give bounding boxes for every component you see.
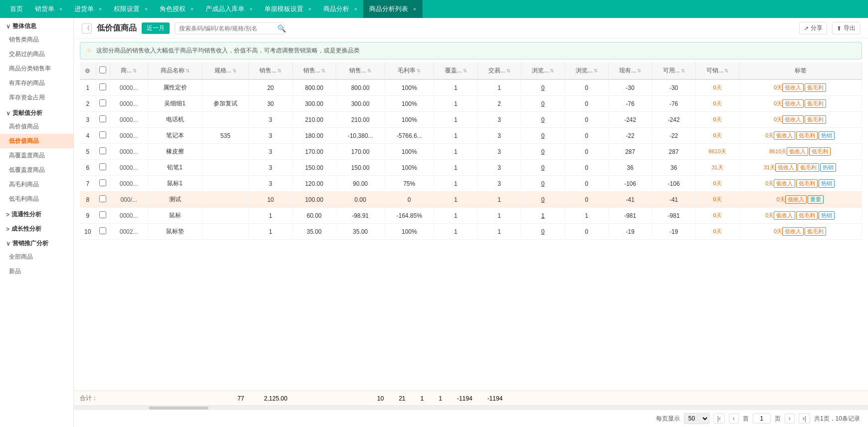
col-sales-qty[interactable]: 销售...⇅ bbox=[249, 62, 292, 79]
last-page-button[interactable]: ›| bbox=[799, 414, 810, 424]
row-views1[interactable]: 0 bbox=[521, 176, 565, 192]
col-views1[interactable]: 浏览...⇅ bbox=[521, 62, 565, 79]
row-views1[interactable]: 0 bbox=[521, 79, 565, 96]
first-page-button[interactable]: |‹ bbox=[713, 414, 725, 424]
col-code[interactable]: 商...⇅ bbox=[110, 62, 148, 79]
nav-close-product-analysis-list[interactable]: × bbox=[413, 6, 416, 12]
views-link[interactable]: 0 bbox=[541, 164, 545, 171]
row-views1[interactable]: 0 bbox=[521, 128, 565, 144]
sidebar-item-new-products[interactable]: 新品 bbox=[0, 264, 73, 279]
nav-inventory[interactable]: 产成品入库单 × bbox=[200, 0, 258, 18]
row-select-checkbox[interactable] bbox=[99, 179, 106, 186]
row-views1[interactable]: 0 bbox=[521, 96, 565, 112]
nav-purchase[interactable]: 进货单 × bbox=[68, 0, 108, 18]
row-select-checkbox[interactable] bbox=[99, 147, 106, 154]
scrollbar-thumb[interactable] bbox=[149, 407, 209, 410]
nav-templates[interactable]: 单据模板设置 × bbox=[258, 0, 317, 18]
sidebar-item-high-value[interactable]: 高价值商品 bbox=[0, 119, 73, 134]
col-current[interactable]: 现有...⇅ bbox=[609, 62, 652, 79]
row-checkbox[interactable] bbox=[96, 128, 110, 144]
per-page-select[interactable]: 50 100 200 bbox=[684, 413, 709, 424]
sidebar-group-growth[interactable]: > 成长性分析 bbox=[0, 221, 73, 235]
row-views1[interactable]: 0 bbox=[521, 192, 565, 208]
row-select-checkbox[interactable] bbox=[99, 131, 106, 138]
col-sales-amt2[interactable]: 销售...⇅ bbox=[336, 62, 385, 79]
row-checkbox[interactable] bbox=[96, 79, 110, 96]
period-button[interactable]: 近一月 bbox=[142, 22, 170, 34]
views-link[interactable]: 0 bbox=[541, 228, 545, 235]
row-checkbox[interactable] bbox=[96, 96, 110, 112]
horizontal-scrollbar[interactable] bbox=[74, 406, 868, 410]
page-input[interactable] bbox=[753, 414, 771, 424]
sidebar-group-marketing[interactable]: ∨ 营销推广分析 bbox=[0, 235, 73, 250]
prev-page-button[interactable]: ‹ bbox=[729, 414, 739, 424]
col-available[interactable]: 可用...⇅ bbox=[652, 62, 695, 79]
col-sales-amt[interactable]: 销售...⇅ bbox=[292, 62, 336, 79]
sidebar-item-category-sales[interactable]: 商品分类销售率 bbox=[0, 61, 73, 76]
row-select-checkbox[interactable] bbox=[99, 211, 106, 218]
nav-product-analysis[interactable]: 商品分析 × bbox=[317, 0, 363, 18]
col-gross-rate[interactable]: 毛利率⇅ bbox=[385, 62, 434, 79]
row-select-checkbox[interactable] bbox=[99, 195, 106, 202]
row-views1[interactable]: 0 bbox=[521, 160, 565, 176]
sidebar-item-low-coverage[interactable]: 低覆盖度商品 bbox=[0, 163, 73, 177]
views-link[interactable]: 0 bbox=[541, 116, 545, 123]
row-checkbox[interactable] bbox=[96, 176, 110, 192]
search-icon[interactable]: 🔍 bbox=[277, 24, 286, 32]
nav-close-sales[interactable]: × bbox=[59, 6, 62, 12]
row-select-checkbox[interactable] bbox=[99, 163, 106, 170]
sidebar-group-circulation[interactable]: > 流通性分析 bbox=[0, 206, 73, 221]
select-all-checkbox[interactable] bbox=[99, 66, 106, 73]
col-spec[interactable]: 规格...⇅ bbox=[202, 62, 249, 79]
col-views2[interactable]: 浏览...⇅ bbox=[565, 62, 608, 79]
row-checkbox[interactable] bbox=[96, 208, 110, 224]
col-coverage[interactable]: 覆盖...⇅ bbox=[434, 62, 477, 79]
views-link[interactable]: 0 bbox=[541, 196, 545, 203]
row-views1[interactable]: 0 bbox=[521, 144, 565, 160]
table-container[interactable]: ⚙ 商...⇅ 商品名称⇅ 规格...⇅ 销售...⇅ 销售...⇅ 销售...… bbox=[74, 62, 868, 391]
nav-close-permissions[interactable]: × bbox=[145, 6, 148, 12]
row-select-checkbox[interactable] bbox=[99, 99, 106, 106]
nav-product-analysis-list[interactable]: 商品分析列表 × bbox=[363, 0, 422, 18]
views-link[interactable]: 0 bbox=[541, 132, 545, 139]
sidebar-item-traded-products[interactable]: 交易过的商品 bbox=[0, 47, 73, 61]
sidebar-group-contribution[interactable]: ∨ 贡献值分析 bbox=[0, 105, 73, 119]
col-checkbox[interactable] bbox=[96, 62, 110, 79]
col-settings[interactable]: ⚙ bbox=[80, 62, 96, 79]
collapse-button[interactable]: 《 bbox=[82, 23, 92, 33]
next-page-button[interactable]: › bbox=[785, 414, 795, 424]
views-link[interactable]: 0 bbox=[541, 148, 545, 155]
row-checkbox[interactable] bbox=[96, 224, 110, 240]
row-select-checkbox[interactable] bbox=[99, 83, 106, 90]
col-name[interactable]: 商品名称⇅ bbox=[148, 62, 202, 79]
nav-roles[interactable]: 角色授权 × bbox=[154, 0, 200, 18]
nav-close-inventory[interactable]: × bbox=[249, 6, 252, 12]
nav-home[interactable]: 首页 bbox=[4, 0, 29, 18]
sidebar-item-all-products[interactable]: 全部商品 bbox=[0, 250, 73, 264]
col-saleable[interactable]: 可销...⇅ bbox=[695, 62, 739, 79]
nav-close-roles[interactable]: × bbox=[191, 6, 194, 12]
nav-permissions[interactable]: 权限设置 × bbox=[108, 0, 154, 18]
sidebar-item-high-coverage[interactable]: 高覆盖度商品 bbox=[0, 148, 73, 163]
nav-close-templates[interactable]: × bbox=[308, 6, 311, 12]
col-trade[interactable]: 交易...⇅ bbox=[477, 62, 521, 79]
row-select-checkbox[interactable] bbox=[99, 115, 106, 122]
row-checkbox[interactable] bbox=[96, 192, 110, 208]
export-button[interactable]: ⬆ 导出 bbox=[832, 22, 860, 34]
sidebar-item-high-margin[interactable]: 高毛利商品 bbox=[0, 177, 73, 192]
nav-close-purchase[interactable]: × bbox=[99, 6, 102, 12]
sidebar-item-sales-products[interactable]: 销售类商品 bbox=[0, 32, 73, 47]
nav-close-product-analysis[interactable]: × bbox=[354, 6, 357, 12]
sidebar-group-overall[interactable]: ∨ 整体信息 bbox=[0, 18, 73, 32]
views-link[interactable]: 0 bbox=[541, 84, 545, 91]
row-select-checkbox[interactable] bbox=[99, 227, 106, 234]
row-checkbox[interactable] bbox=[96, 112, 110, 128]
search-input[interactable] bbox=[175, 22, 284, 34]
row-checkbox[interactable] bbox=[96, 144, 110, 160]
row-views1[interactable]: 0 bbox=[521, 112, 565, 128]
row-views1[interactable]: 1 bbox=[521, 208, 565, 224]
row-checkbox[interactable] bbox=[96, 160, 110, 176]
row-views1[interactable]: 0 bbox=[521, 224, 565, 240]
views-link[interactable]: 0 bbox=[541, 180, 545, 187]
col-tags[interactable]: 标签 bbox=[739, 62, 862, 79]
